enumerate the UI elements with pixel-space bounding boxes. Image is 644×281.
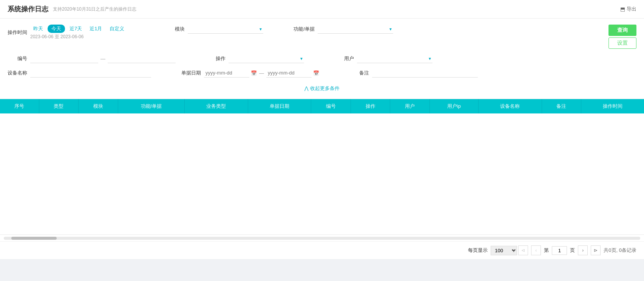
col-remark: 备注 <box>542 99 581 113</box>
filter-row-1: 操作时间 昨天 今天 近7天 近1月 自定义 2023-06-06 至 2023… <box>8 25 636 49</box>
page-prefix-label: 第 <box>544 247 549 254</box>
filter-area: 操作时间 昨天 今天 近7天 近1月 自定义 2023-06-06 至 2023… <box>0 19 644 99</box>
col-module: 模块 <box>79 99 118 113</box>
device-filter: 设备名称 <box>8 68 151 78</box>
remark-label: 备注 <box>349 70 369 76</box>
function-select-wrap: ▾ <box>318 25 393 34</box>
voucher-date-end[interactable] <box>266 68 312 78</box>
module-filter: 模块 ▾ <box>165 25 263 34</box>
time-btn-7days[interactable]: 近7天 <box>66 25 85 33</box>
function-label: 功能/单据 <box>293 26 315 33</box>
time-btn-1month[interactable]: 近1月 <box>86 25 105 33</box>
time-filter-wrap: 昨天 今天 近7天 近1月 自定义 2023-06-06 至 2023-06-0… <box>30 25 127 40</box>
collapse-icon: ⋀ <box>304 85 309 91</box>
prev-page-button[interactable]: ‹ <box>531 245 541 255</box>
export-button[interactable]: ⬒ 导出 <box>620 6 636 12</box>
table-wrap: 序号 类型 模块 功能/单据 业务类型 单据日期 编号 操作 用户 用户ip 设… <box>0 99 644 234</box>
user-select[interactable] <box>357 54 432 63</box>
calendar-start-icon[interactable]: 📅 <box>251 70 257 76</box>
empty-area <box>0 113 644 234</box>
time-btn-today[interactable]: 今天 <box>48 25 65 33</box>
time-filter: 操作时间 昨天 今天 近7天 近1月 自定义 2023-06-06 至 2023… <box>8 25 127 40</box>
scrollbar-thumb[interactable] <box>11 237 57 240</box>
data-table: 序号 类型 模块 功能/单据 业务类型 单据日期 编号 操作 用户 用户ip 设… <box>0 99 644 113</box>
time-btn-yesterday[interactable]: 昨天 <box>30 25 46 33</box>
col-seq: 序号 <box>0 99 39 113</box>
last-page-button[interactable]: ⊳ <box>591 245 601 255</box>
col-operation-time: 操作时间 <box>581 99 644 113</box>
number-filter: 编号 — <box>8 54 176 63</box>
device-label: 设备名称 <box>8 70 27 76</box>
table-header-row: 序号 类型 模块 功能/单据 业务类型 单据日期 编号 操作 用户 用户ip 设… <box>0 99 644 113</box>
first-page-button[interactable]: ⊲ <box>518 245 528 255</box>
scrollbar-area <box>0 234 644 241</box>
per-page-label: 每页显示 <box>468 247 488 254</box>
settings-button[interactable]: 设置 <box>608 37 636 49</box>
user-select-wrap: ▾ <box>357 54 432 63</box>
col-business-type: 业务类型 <box>185 99 248 113</box>
page-header: 系统操作日志 支持2020年10月31日之后产生的操作日志 ⬒ 导出 <box>0 0 644 19</box>
device-input[interactable] <box>30 68 151 78</box>
voucher-date-start[interactable] <box>204 68 249 78</box>
col-user: 用户 <box>390 99 429 113</box>
number-dash: — <box>100 56 105 62</box>
page-subtitle: 支持2020年10月31日之后产生的操作日志 <box>53 6 136 12</box>
query-button[interactable]: 查询 <box>608 25 636 36</box>
next-page-button[interactable]: › <box>578 245 588 255</box>
user-filter: 用户 ▾ <box>334 54 432 63</box>
col-voucher-date: 单据日期 <box>248 99 311 113</box>
module-select-wrap: ▾ <box>188 25 263 34</box>
page-suffix-label: 页 <box>570 247 575 254</box>
time-label: 操作时间 <box>8 29 27 36</box>
module-label: 模块 <box>165 26 185 33</box>
number-input-start[interactable] <box>30 54 98 63</box>
total-text: 共0页, 0条记录 <box>604 247 636 254</box>
calendar-end-icon[interactable]: 📅 <box>313 70 319 76</box>
col-operation: 操作 <box>351 99 390 113</box>
module-select[interactable] <box>188 25 263 34</box>
number-input-end[interactable] <box>108 54 176 63</box>
number-label: 编号 <box>8 55 27 62</box>
scrollbar-track[interactable] <box>4 237 640 240</box>
pagination-area: 每页显示 100 50 200 ▾ ⊲ ‹ 第 1 页 › ⊳ 共0页, 0条记… <box>0 241 644 259</box>
col-device-name: 设备名称 <box>478 99 542 113</box>
remark-filter: 备注 <box>349 68 478 78</box>
per-page-select[interactable]: 100 50 200 <box>491 246 517 255</box>
voucher-date-label: 单据日期 <box>181 70 201 76</box>
col-user-ip: 用户ip <box>429 99 478 113</box>
export-label: 导出 <box>627 6 636 12</box>
date-dash: — <box>259 70 264 76</box>
page-title: 系统操作日志 <box>8 5 48 14</box>
function-select[interactable] <box>318 25 393 34</box>
filter-row-3: 设备名称 单据日期 📅 — 📅 备注 <box>8 68 636 78</box>
page-number-input[interactable]: 1 <box>552 246 567 255</box>
collapse-label: 收起更多条件 <box>310 85 340 91</box>
time-buttons: 昨天 今天 近7天 近1月 自定义 <box>30 25 127 33</box>
operation-select[interactable] <box>229 54 304 63</box>
col-number: 编号 <box>311 99 351 113</box>
col-type: 类型 <box>39 99 78 113</box>
operation-select-wrap: ▾ <box>229 54 304 63</box>
time-range-text: 2023-06-06 至 2023-06-06 <box>30 34 127 40</box>
time-btn-custom[interactable]: 自定义 <box>107 25 127 33</box>
user-label: 用户 <box>334 55 354 62</box>
filter-actions: 查询 设置 <box>608 25 636 49</box>
operation-filter: 操作 ▾ <box>206 54 304 63</box>
title-area: 系统操作日志 支持2020年10月31日之后产生的操作日志 <box>8 5 136 14</box>
table-header: 序号 类型 模块 功能/单据 业务类型 单据日期 编号 操作 用户 用户ip 设… <box>0 99 644 113</box>
collapse-bar[interactable]: ⋀ 收起更多条件 <box>8 83 636 96</box>
function-filter: 功能/单据 ▾ <box>293 25 393 34</box>
voucher-date-filter: 单据日期 📅 — 📅 <box>181 68 319 78</box>
export-icon: ⬒ <box>620 6 625 12</box>
operation-label: 操作 <box>206 55 225 62</box>
remark-input[interactable] <box>372 68 478 78</box>
filter-row-2: 编号 — 操作 ▾ 用户 ▾ <box>8 54 636 63</box>
col-function: 功能/单据 <box>118 99 184 113</box>
